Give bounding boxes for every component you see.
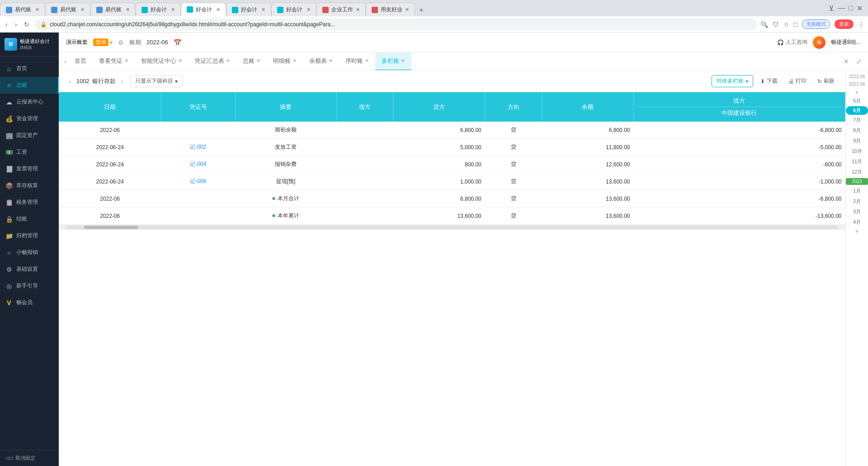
tab-balance-table[interactable]: 余额表 ✕ <box>303 52 339 71</box>
sidebar-item-salary[interactable]: 💵 工资 <box>0 144 59 160</box>
no-trace-label[interactable]: 无痕模式 <box>802 19 830 29</box>
sidebar-item-cloud-report[interactable]: ☁ 云报表中心 <box>0 94 59 110</box>
tab-journal-close[interactable]: ✕ <box>365 58 369 64</box>
calendar-icon[interactable]: 📅 <box>174 39 181 46</box>
new-tab-button[interactable]: ＋ <box>415 4 428 16</box>
tab-close-6[interactable]: ✕ <box>261 7 265 13</box>
timeline-month-8[interactable]: 8月 <box>846 125 868 136</box>
timeline-month-7[interactable]: 7月 <box>846 115 868 125</box>
tab-multi-column[interactable]: 多栏账 ✕ <box>375 52 411 71</box>
refresh-page-button[interactable]: ↻ <box>22 20 31 29</box>
print-button[interactable]: 🖨 打印 <box>785 75 810 87</box>
horizontal-scrollbar[interactable] <box>59 225 845 230</box>
browser-tab-1[interactable]: 易代账 ✕ <box>0 3 45 16</box>
sidebar-item-expense[interactable]: ○ 小畅报销 <box>0 244 59 261</box>
sidebar-item-invoice[interactable]: 🧾 发票管理 <box>0 160 59 177</box>
tab-home[interactable]: 首页 <box>68 52 93 71</box>
multi-col-button[interactable]: 特殊多栏账 ▾ <box>712 75 753 87</box>
tab-journal[interactable]: 序时账 ✕ <box>339 52 375 71</box>
sidebar-item-closing[interactable]: 🔒 结账 <box>0 211 59 227</box>
unpin-button[interactable]: ◁◁ 取消固定 <box>5 455 53 461</box>
tab-smart-voucher-close[interactable]: ✕ <box>178 58 182 64</box>
timeline-month-10[interactable]: 10月 <box>846 146 868 156</box>
tab-smart-voucher[interactable]: 智能凭证中心 ✕ <box>135 52 189 71</box>
settings-gear-icon[interactable]: ⚙ <box>118 39 124 46</box>
browser-tab-8[interactable]: 企业工作 ✕ <box>316 3 366 16</box>
tab-voucher-summary-close[interactable]: ✕ <box>226 58 230 64</box>
maximize-button[interactable]: □ <box>849 4 853 12</box>
tab-close-9[interactable]: ✕ <box>405 7 409 13</box>
shield-icon[interactable]: 🛡 <box>773 21 779 28</box>
sidebar-item-settings[interactable]: ⚙ 基础设置 <box>0 261 59 278</box>
browser-extension-icon[interactable]: □ <box>794 21 797 28</box>
tab-close-7[interactable]: ✕ <box>307 7 311 13</box>
tab-close-4[interactable]: ✕ <box>171 7 175 13</box>
tab-general-ledger[interactable]: 总账 ✕ <box>236 52 267 71</box>
tab-close-2[interactable]: ✕ <box>80 7 85 13</box>
sidebar-item-inventory[interactable]: 📦 库存核算 <box>0 177 59 194</box>
tab-detail-ledger[interactable]: 明细账 ✕ <box>267 52 303 71</box>
account-badge-dropdown[interactable]: 禁用 ▾ <box>93 38 113 46</box>
browser-tab-9[interactable]: 用友好业 ✕ <box>366 3 415 16</box>
sidebar-item-member[interactable]: V 畅会员 <box>0 294 59 311</box>
browser-tab-4[interactable]: 好会计 ✕ <box>136 3 181 16</box>
sidebar-item-fixed-assets[interactable]: 🏢 固定资产 <box>0 127 59 144</box>
timeline-month-6[interactable]: 6月 <box>846 106 868 115</box>
timeline-month-2023-2[interactable]: 2月 <box>846 196 868 207</box>
browser-tab-2[interactable]: 易代账 ✕ <box>45 3 90 16</box>
refresh-button[interactable]: ↻ 刷新 <box>814 75 838 87</box>
timeline-month-2023-1[interactable]: 1月 <box>846 186 868 196</box>
minimize-button[interactable]: — <box>838 4 845 12</box>
tab-voucher-summary[interactable]: 凭证汇总表 ✕ <box>189 52 236 71</box>
timeline-month-11[interactable]: 11月 <box>846 156 868 167</box>
tab-close-1[interactable]: ✕ <box>35 7 39 13</box>
tab-close-3[interactable]: ✕ <box>126 7 130 13</box>
timeline-month-2023-4[interactable]: 4月 <box>846 217 868 227</box>
sidebar-item-guide[interactable]: ◎ 新手引导 <box>0 278 59 294</box>
show-sub-button[interactable]: 只显示下级科目 ▾ <box>130 75 183 87</box>
sidebar-item-tax[interactable]: 📋 税务管理 <box>0 194 59 211</box>
download-button[interactable]: ⬇ 下载 <box>757 75 781 87</box>
tab-area-expand-button[interactable]: ⤢ <box>854 56 864 67</box>
close-window-button[interactable]: ✕ <box>857 4 863 13</box>
sidebar-item-home[interactable]: ⌂ 首页 <box>0 60 59 77</box>
timeline-month-5[interactable]: 5月 <box>846 96 868 106</box>
tab-multi-column-close[interactable]: ✕ <box>401 58 405 64</box>
tab-voucher-view-close[interactable]: ✕ <box>124 58 128 64</box>
voucher-link-2[interactable]: 记-002 <box>190 144 206 150</box>
sidebar-item-archive[interactable]: 📁 归档管理 <box>0 227 59 244</box>
sidebar-item-ledger[interactable]: ≡ 总账 <box>0 77 59 94</box>
browser-tab-5[interactable]: 好会计 ✕ <box>181 3 226 16</box>
tab-list-button[interactable]: ⊻ <box>829 4 834 13</box>
url-input[interactable]: 🔒 cloud2.chanjet.com/accounting/uh26t264… <box>35 19 756 30</box>
subject-prev-button[interactable]: ‹ <box>66 77 74 86</box>
timeline-scroll-down[interactable]: ▼ <box>854 227 861 235</box>
voucher-link-3[interactable]: 记-004 <box>190 161 206 167</box>
tab-voucher-view[interactable]: 查看凭证 ✕ <box>93 52 135 71</box>
tab-detail-close[interactable]: ✕ <box>292 58 297 64</box>
tab-area-close-button[interactable]: ✕ <box>841 56 852 67</box>
sidebar-item-fund[interactable]: 💰 资金管理 <box>0 110 59 127</box>
timeline-month-12[interactable]: 12月 <box>846 167 868 177</box>
timeline-month-2023-3[interactable]: 3月 <box>846 207 868 217</box>
tab-balance-close[interactable]: ✕ <box>329 58 333 64</box>
search-icon[interactable]: 🔍 <box>760 21 768 28</box>
timeline-scroll-up[interactable]: ▲ <box>854 88 861 96</box>
back-button[interactable]: ‹ <box>4 20 9 29</box>
timeline-month-9[interactable]: 9月 <box>846 136 868 146</box>
star-icon[interactable]: ☆ <box>783 21 789 28</box>
browser-tab-6[interactable]: 好会计 ✕ <box>226 3 271 16</box>
tab-close-5[interactable]: ✕ <box>216 7 220 13</box>
tab-general-close[interactable]: ✕ <box>256 58 260 64</box>
subject-next-button[interactable]: › <box>118 77 126 86</box>
browser-tab-7[interactable]: 好会计 ✕ <box>271 3 316 16</box>
tab-close-8[interactable]: ✕ <box>356 7 360 13</box>
consultant-button[interactable]: 🎧 人工咨询 <box>777 38 807 46</box>
tab-nav-prev[interactable]: ‹ <box>62 58 68 65</box>
browser-tab-3[interactable]: 易代账 ✕ <box>90 3 136 16</box>
scrollbar-thumb[interactable] <box>84 226 138 229</box>
menu-icon[interactable]: ⋮ <box>858 21 864 28</box>
forward-button[interactable]: › <box>13 20 19 29</box>
update-button[interactable]: 更新 <box>835 19 854 29</box>
voucher-link-4[interactable]: 记-006 <box>190 178 206 184</box>
